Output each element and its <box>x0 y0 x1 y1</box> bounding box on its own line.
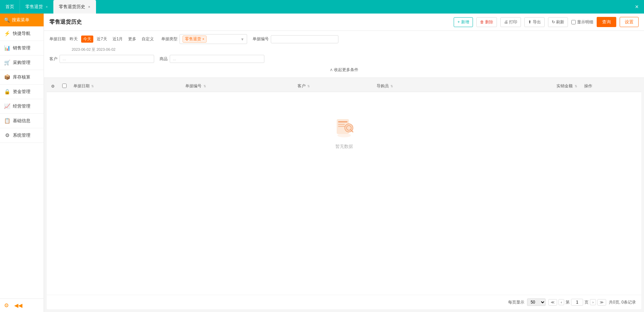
collapse-button[interactable]: ∧ 收起更多条件 <box>327 66 361 74</box>
sidebar-item-basic-info[interactable]: 📋 基础信息 <box>0 114 44 128</box>
table-header-row: ⚙ 单据日期 ⇅ 单据编号 ⇅ 客户 <box>47 81 641 92</box>
operations-icon: 📈 <box>4 103 10 109</box>
bill-type-select[interactable]: 零售退货 × ▼ <box>180 34 247 44</box>
sidebar-item-quick-nav[interactable]: ⚡ 快捷导航 <box>0 26 44 41</box>
date-opt-7days[interactable]: 近7天 <box>95 36 109 43</box>
bill-type-tag-close[interactable]: × <box>202 37 204 41</box>
refresh-button[interactable]: ↻ 刷新 <box>548 17 568 27</box>
new-button[interactable]: + 新增 <box>454 17 473 27</box>
empty-state: 暂无数据 <box>47 92 641 170</box>
col-customer[interactable]: 客户 ⇅ <box>294 81 373 92</box>
col-bill-date[interactable]: 单据日期 ⇅ <box>70 81 182 92</box>
header-actions: + 新增 🗑 删除 🖨 打印 ⬆ 导出 ↻ 刷新 显示明细 查询 设置 <box>454 17 639 27</box>
bill-no-field: 单据编号 <box>253 35 338 43</box>
empty-icon <box>331 112 358 139</box>
date-opt-today[interactable]: 今天 <box>81 36 93 43</box>
pagination: 每页显示 50 10 20 100 ≪ ‹ 第 页 › ≫ 共0页, 0条记录 <box>47 295 641 309</box>
settings-icon[interactable]: ⚙ <box>4 302 9 309</box>
page-last-button[interactable]: ≫ <box>597 299 606 306</box>
quick-nav-icon: ⚡ <box>4 30 10 37</box>
system-icon: ⚙ <box>4 132 10 138</box>
inventory-icon: 📦 <box>4 74 10 80</box>
tab-retail-return[interactable]: 零售退货 × <box>20 0 53 14</box>
col-checkbox[interactable] <box>59 81 70 92</box>
query-button[interactable]: 查询 <box>597 17 616 27</box>
sales-icon: 📊 <box>4 45 10 51</box>
customer-filter-field: 客户 <box>49 55 154 63</box>
page-next-button[interactable]: › <box>590 299 596 305</box>
bill-type-field: 单据类型 零售退货 × ▼ <box>161 34 247 44</box>
page-prev-button[interactable]: ‹ <box>558 299 565 305</box>
print-button[interactable]: 🖨 打印 <box>500 17 521 27</box>
svg-rect-3 <box>338 124 345 125</box>
speaker-icon[interactable]: ◀◀ <box>14 302 22 309</box>
date-opt-yesterday[interactable]: 昨天 <box>68 36 80 43</box>
date-range-display: 2023-06-02 至 2023-06-02 <box>72 47 116 51</box>
date-opt-custom[interactable]: 自定义 <box>140 36 156 43</box>
sidebar-item-inventory[interactable]: 📦 库存核算 <box>0 70 44 85</box>
page-total: 共0页, 0条记录 <box>609 299 636 305</box>
table-wrapper: ⚙ 单据日期 ⇅ 单据编号 ⇅ 客户 <box>47 81 641 295</box>
top-bar: 首页 零售退货 × 零售退货历史 × × <box>0 0 644 14</box>
bill-no-input[interactable] <box>271 35 338 43</box>
goods-filter-field: 商品 <box>160 55 264 63</box>
show-detail-checkbox-label: 显示明细 <box>571 19 593 25</box>
sort-icon-amount: ⇅ <box>575 85 577 88</box>
delete-button[interactable]: 🗑 删除 <box>476 17 497 27</box>
sidebar-search[interactable]: 🔍 搜索菜单 <box>0 14 44 26</box>
date-opt-1month[interactable]: 近1月 <box>111 36 125 43</box>
sort-icon-bill-no: ⇅ <box>204 85 206 88</box>
show-detail-checkbox[interactable] <box>571 20 576 24</box>
filter-row-2: 客户 商品 <box>49 55 639 63</box>
finance-icon: 🔒 <box>4 89 10 95</box>
sidebar-item-system[interactable]: ⚙ 系统管理 <box>0 128 44 143</box>
date-opt-more[interactable]: 更多 <box>126 36 138 43</box>
sidebar-item-finance[interactable]: 🔒 资金管理 <box>0 85 44 99</box>
page-header: 零售退货历史 + 新增 🗑 删除 🖨 打印 ⬆ 导出 ↻ 刷新 显示明细 查询 … <box>44 14 644 31</box>
customer-input[interactable] <box>59 55 154 63</box>
bill-type-dropdown-arrow: ▼ <box>240 37 244 41</box>
export-button[interactable]: ⬆ 导出 <box>524 17 544 27</box>
purchase-icon: 🛒 <box>4 60 10 66</box>
page-size-select[interactable]: 50 10 20 100 <box>527 298 546 306</box>
page-nav: ≪ ‹ 第 页 › ≫ <box>548 299 606 306</box>
tab-retail-return-history-close[interactable]: × <box>88 5 90 9</box>
sort-icon-customer: ⇅ <box>307 85 310 88</box>
page-first-button[interactable]: ≪ <box>548 299 557 306</box>
empty-text: 暂无数据 <box>335 143 353 150</box>
bill-type-tag: 零售退货 × <box>183 36 207 43</box>
data-table: ⚙ 单据日期 ⇅ 单据编号 ⇅ 客户 <box>47 81 641 92</box>
sidebar-bottom: ⚙ ◀◀ <box>0 298 44 312</box>
sidebar-item-sales[interactable]: 📊 销售管理 <box>0 41 44 55</box>
set-button[interactable]: 设置 <box>620 17 639 27</box>
sidebar-item-purchase[interactable]: 🛒 采购管理 <box>0 55 44 70</box>
tab-home[interactable]: 首页 <box>0 0 20 14</box>
filter-area: 单据日期 昨天 今天 近7天 近1月 更多 自定义 单据类型 <box>44 31 644 78</box>
sidebar-item-operations[interactable]: 📈 经营管理 <box>0 99 44 114</box>
date-options: 昨天 今天 近7天 近1月 更多 自定义 <box>68 36 156 43</box>
col-bill-no[interactable]: 单据编号 ⇅ <box>182 81 294 92</box>
sort-icon-guide: ⇅ <box>390 85 393 88</box>
sidebar: 🔍 搜索菜单 ⚡ 快捷导航 📊 销售管理 🛒 采购管理 📦 库存核算 🔒 资金管… <box>0 14 44 312</box>
page-number-input[interactable] <box>571 299 583 306</box>
tab-bar: 首页 零售退货 × 零售退货历史 × <box>0 0 629 14</box>
col-actions: 操作 <box>581 81 641 92</box>
select-all-checkbox[interactable] <box>62 84 67 88</box>
filter-row-1: 单据日期 昨天 今天 近7天 近1月 更多 自定义 单据类型 <box>49 34 639 44</box>
date-filter-field: 单据日期 昨天 今天 近7天 近1月 更多 自定义 <box>49 36 156 43</box>
sort-icon-bill-date: ⇅ <box>91 85 94 88</box>
table-area: ⚙ 单据日期 ⇅ 单据编号 ⇅ 客户 <box>47 81 641 309</box>
basic-info-icon: 📋 <box>4 118 10 124</box>
svg-rect-2 <box>338 121 348 122</box>
tab-retail-return-history[interactable]: 零售退货历史 × <box>53 0 96 14</box>
col-amount[interactable]: 实销金额 ⇅ <box>469 81 580 92</box>
main-layout: 🔍 搜索菜单 ⚡ 快捷导航 📊 销售管理 🛒 采购管理 📦 库存核算 🔒 资金管… <box>0 14 644 312</box>
content-area: 零售退货历史 + 新增 🗑 删除 🖨 打印 ⬆ 导出 ↻ 刷新 显示明细 查询 … <box>44 14 644 312</box>
col-settings[interactable]: ⚙ <box>47 81 59 92</box>
goods-input[interactable] <box>170 55 264 63</box>
col-guide[interactable]: 导购员 ⇅ <box>373 81 469 92</box>
window-close-button[interactable]: × <box>629 3 644 10</box>
search-icon: 🔍 <box>4 17 10 23</box>
tab-retail-return-close[interactable]: × <box>46 5 48 9</box>
page-title: 零售退货历史 <box>49 19 82 26</box>
